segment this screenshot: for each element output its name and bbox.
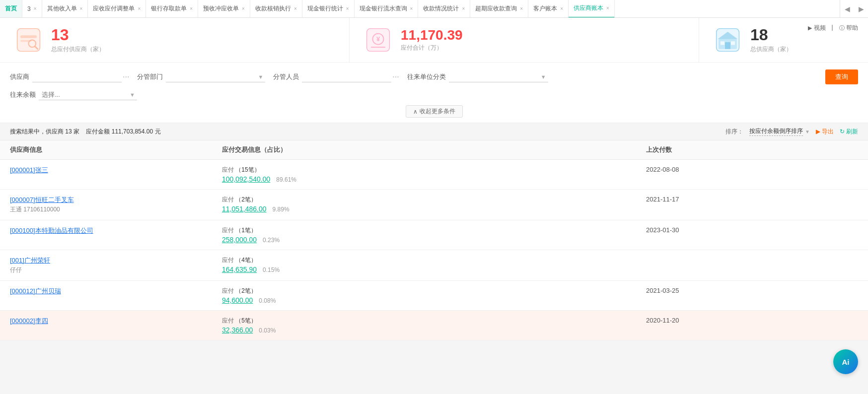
table-row: [000001]张三 应付 （15笔） 100,092,540.00 89.61… [0, 160, 868, 190]
col-header-3: 上次付数 [646, 145, 858, 154]
supplier-sub-3: 仔仔 [10, 266, 222, 274]
nav-tab-8[interactable]: 收款情况统计 × [418, 0, 470, 18]
tx-row-4: 94,600.00 0.08% [222, 295, 646, 304]
close-icon[interactable]: × [462, 6, 465, 11]
person-input[interactable] [302, 71, 391, 82]
filter-balance: 往来余额 ▼ [10, 89, 137, 100]
nav-tab-3[interactable]: 银行存取款单 × [146, 0, 198, 18]
nav-tab-2[interactable]: 应收应付调整单 × [88, 0, 146, 18]
summary-number-2: 11,170.39 [401, 28, 463, 43]
person-dots-icon[interactable]: ··· [392, 72, 399, 81]
close-icon[interactable]: × [242, 6, 245, 11]
close-icon[interactable]: × [606, 5, 609, 11]
tx-info-0: 应付 （15笔） 100,092,540.00 89.61% [222, 166, 646, 183]
summary-label-1: 总应付供应商（家） [51, 45, 105, 54]
tx-row-2: 258,000.00 0.23% [222, 235, 646, 244]
sort-chevron-icon: ▼ [805, 129, 810, 134]
nav-next-arrow[interactable]: ▶ [854, 0, 868, 18]
query-button[interactable]: 查询 [825, 69, 858, 84]
tx-percent-1: 9.89% [273, 206, 289, 213]
nav-tab-7[interactable]: 现金银行流水查询 × [355, 0, 419, 18]
summary-info-1: 13 总应付供应商（家） [51, 26, 105, 53]
supplier-sub-1: 王通 17106110000 [10, 205, 222, 214]
dept-select[interactable] [166, 71, 265, 82]
summary-row: 13 总应付供应商（家） ¥ 11,170.39 应付合计（万） [0, 18, 868, 63]
filter-category: 往来单位分类 ▼ [407, 71, 548, 82]
sort-select[interactable]: 按应付余额倒序排序 ▼ [749, 127, 810, 136]
filter-row-2: 往来余额 ▼ [10, 89, 858, 100]
nav-tab-11[interactable]: 供应商账本 × [569, 0, 615, 18]
supplier-info-5: [000002]李四 [10, 317, 222, 326]
filter-area: 供应商 ··· 分管部门 ▼ 分管人员 ··· 往来单位分类 ▼ 查询 [0, 63, 868, 123]
collapse-row: ∧ 收起更多条件 [10, 105, 858, 118]
nav-tab-4[interactable]: 预收冲应收单 × [198, 0, 250, 18]
category-select[interactable] [449, 71, 548, 82]
export-button[interactable]: ▶ 导出 [816, 128, 834, 136]
supplier-link-3[interactable]: [001]广州荣轩 [10, 256, 222, 265]
close-icon[interactable]: × [138, 6, 141, 11]
supplier-info-1: [000007]恒旺二手叉车 王通 17106110000 [10, 196, 222, 214]
nav-tab-5[interactable]: 收款核销执行 × [250, 0, 302, 18]
nav-tab-6[interactable]: 现金银行统计 × [302, 0, 355, 18]
tx-label-5: 应付 （5笔） [222, 317, 646, 325]
nav-tab-10[interactable]: 客户账本 × [528, 0, 569, 18]
close-icon[interactable]: × [34, 6, 37, 11]
tx-row-5: 32,366.00 0.03% [222, 325, 646, 334]
balance-select[interactable] [39, 89, 137, 100]
nav-tab-1[interactable]: 其他收入单 × [42, 0, 88, 18]
supplier-link-0[interactable]: [000001]张三 [10, 166, 222, 175]
tx-percent-0: 89.61% [276, 176, 296, 183]
tx-percent-3: 0.15% [263, 266, 280, 273]
collapse-button[interactable]: ∧ 收起更多条件 [406, 105, 463, 118]
tx-amount-1[interactable]: 11,051,486.00 [222, 205, 267, 213]
nav-home[interactable]: 首页 [0, 0, 22, 18]
chevron-up-icon: ∧ [413, 108, 418, 115]
filter-person: 分管人员 ··· [273, 71, 399, 82]
supplier-dots-icon[interactable]: ··· [123, 72, 129, 81]
supplier-link-4[interactable]: [000012]广州贝瑞 [10, 287, 222, 296]
table-body: [000001]张三 应付 （15笔） 100,092,540.00 89.61… [0, 160, 868, 340]
refresh-button[interactable]: ↻ 刷新 [840, 128, 858, 136]
tx-percent-2: 0.23% [263, 237, 280, 244]
person-label: 分管人员 [273, 72, 299, 81]
filter-row-1: 供应商 ··· 分管部门 ▼ 分管人员 ··· 往来单位分类 ▼ 查询 [10, 69, 858, 84]
col-header-2: 应付交易信息（占比） [222, 145, 646, 154]
close-icon[interactable]: × [560, 6, 563, 11]
nav-prev-arrow[interactable]: ◀ [840, 0, 854, 18]
supplier-input[interactable] [32, 71, 122, 82]
filter-supplier: 供应商 ··· [10, 71, 129, 82]
supplier-link-1[interactable]: [000007]恒旺二手叉车 [10, 196, 222, 204]
result-text: 搜索结果中，供应商 13 家 应付金额 111,703,854.00 元 [10, 128, 725, 136]
tx-amount-2[interactable]: 258,000.00 [222, 236, 257, 244]
summary-card-suppliers: 13 总应付供应商（家） [0, 18, 350, 62]
tx-label-1: 应付 （2笔） [222, 196, 646, 204]
summary-card-total: 18 总供应商（家） ▶ 视频 | ⓘ 帮助 [699, 18, 868, 62]
refresh-icon: ↻ [840, 128, 845, 135]
close-icon[interactable]: × [190, 6, 193, 11]
summary-label-3: 总供应商（家） [750, 45, 792, 54]
close-icon[interactable]: × [346, 6, 349, 11]
close-icon[interactable]: × [294, 6, 297, 11]
tx-label-4: 应付 （2笔） [222, 287, 646, 295]
help-link[interactable]: ⓘ 帮助 [839, 24, 858, 32]
supplier-link-5[interactable]: [000002]李四 [10, 317, 222, 326]
last-pay-0: 2022-08-08 [646, 166, 858, 173]
supplier-link-2[interactable]: [000100]本特勤油品有限公司 [10, 226, 222, 235]
tx-info-3: 应付 （4笔） 164,635.90 0.15% [222, 256, 646, 273]
close-icon[interactable]: × [80, 6, 83, 11]
tx-amount-4[interactable]: 94,600.00 [222, 296, 253, 304]
nav-tab-9[interactable]: 超期应收款查询 × [470, 0, 528, 18]
nav-tab-0[interactable]: 3 × [22, 0, 42, 18]
tx-amount-5[interactable]: 32,366.00 [222, 326, 253, 334]
video-link[interactable]: ▶ 视频 [808, 24, 825, 32]
summary-info-3: 18 总供应商（家） [750, 26, 792, 53]
tx-amount-3[interactable]: 164,635.90 [222, 265, 257, 273]
balance-select-wrapper: ▼ [39, 89, 137, 100]
supplier-info-2: [000100]本特勤油品有限公司 [10, 226, 222, 235]
category-select-wrapper: ▼ [449, 71, 548, 82]
close-icon[interactable]: × [410, 6, 413, 11]
table-row: [000100]本特勤油品有限公司 应付 （1笔） 258,000.00 0.2… [0, 220, 868, 250]
svg-rect-12 [725, 42, 730, 49]
tx-amount-0[interactable]: 100,092,540.00 [222, 175, 270, 183]
close-icon[interactable]: × [520, 6, 523, 11]
